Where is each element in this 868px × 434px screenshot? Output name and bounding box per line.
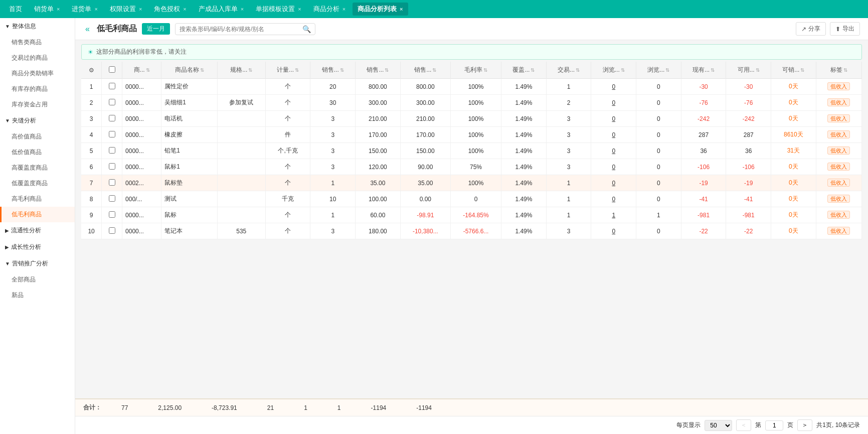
row-name[interactable]: 笔记本 — [161, 223, 218, 239]
row-checkbox[interactable] — [102, 191, 122, 207]
row-unit: 个 — [265, 223, 310, 239]
row-sales-profit: 300.00 — [400, 95, 450, 111]
nav-purchase-order[interactable]: 进货单 × — [67, 3, 102, 16]
nav-product-analysis[interactable]: 商品分析 × — [308, 3, 351, 16]
row-select-checkbox[interactable] — [109, 211, 115, 218]
close-icon[interactable]: × — [400, 6, 403, 12]
close-icon[interactable]: × — [183, 6, 186, 12]
search-icon[interactable]: 🔍 — [302, 25, 311, 33]
row-name[interactable]: 鼠标1 — [161, 159, 218, 175]
export-button[interactable]: ⬆ 导出 — [830, 22, 860, 36]
sidebar-item-sales-products[interactable]: 销售类商品 — [0, 35, 75, 50]
sidebar-item-high-value[interactable]: 高价值商品 — [0, 129, 75, 144]
row-checkbox[interactable] — [102, 111, 122, 127]
row-sales-qty: 3 — [310, 127, 356, 143]
sidebar-item-category-sales-rate[interactable]: 商品分类助销率 — [0, 66, 75, 81]
row-view1[interactable]: 0 — [591, 143, 636, 159]
row-sales-qty: 3 — [310, 223, 356, 239]
row-view1[interactable]: 0 — [591, 95, 636, 111]
row-view1[interactable]: 0 — [591, 191, 636, 207]
row-view1[interactable]: 0 — [591, 127, 636, 143]
row-tag: 低收入 — [816, 175, 861, 191]
sidebar-item-low-margin[interactable]: 低毛利商品 — [0, 207, 75, 222]
next-page-button[interactable]: ＞ — [797, 419, 812, 431]
row-select-checkbox[interactable] — [109, 115, 115, 121]
nav-permission-settings[interactable]: 权限设置 × — [105, 3, 147, 16]
row-select-checkbox[interactable] — [109, 99, 115, 105]
row-view1[interactable]: 1 — [591, 207, 636, 223]
row-view1[interactable]: 0 — [591, 159, 636, 175]
close-icon[interactable]: × — [241, 6, 244, 12]
row-name[interactable]: 鼠标 — [161, 207, 218, 223]
row-current-stock: -19 — [681, 175, 726, 191]
row-available-stock: -76 — [726, 95, 771, 111]
close-icon[interactable]: × — [57, 6, 60, 12]
row-checkbox[interactable] — [102, 207, 122, 223]
row-select-checkbox[interactable] — [109, 195, 115, 202]
nav-home[interactable]: 首页 — [4, 3, 27, 16]
row-view1[interactable]: 0 — [591, 175, 636, 191]
row-checkbox[interactable] — [102, 175, 122, 191]
nav-product-instock[interactable]: 产成品入库单 × — [194, 3, 249, 16]
sidebar-item-all-products[interactable]: 全部商品 — [0, 272, 75, 287]
row-checkbox[interactable] — [102, 223, 122, 239]
row-name[interactable]: 电话机 — [161, 111, 218, 127]
sidebar-item-in-stock[interactable]: 有库存的商品 — [0, 81, 75, 97]
nav-sales-order[interactable]: 销货单 × — [29, 3, 65, 16]
row-current-stock: -41 — [681, 191, 726, 207]
prev-page-button[interactable]: ＜ — [736, 419, 751, 431]
row-checkbox[interactable] — [102, 127, 122, 143]
nav-template-settings[interactable]: 单据模板设置 × — [251, 3, 306, 16]
row-name[interactable]: 橡皮擦 — [161, 127, 218, 143]
sidebar-item-high-coverage[interactable]: 高覆盖度商品 — [0, 160, 75, 176]
sidebar-item-traded-products[interactable]: 交易过的商品 — [0, 50, 75, 66]
sidebar-item-low-coverage[interactable]: 低覆盖度商品 — [0, 176, 75, 191]
row-select-checkbox[interactable] — [109, 227, 115, 234]
select-all-checkbox[interactable] — [109, 66, 115, 73]
row-current-stock: -242 — [681, 111, 726, 127]
row-select-checkbox[interactable] — [109, 83, 115, 89]
sidebar-group-gap-analysis[interactable]: ▼ 夹缝分析 — [0, 112, 75, 129]
close-icon[interactable]: × — [342, 6, 345, 12]
nav-role-auth[interactable]: 角色授权 × — [149, 3, 191, 16]
sidebar-group-marketing[interactable]: ▼ 营销推广分析 — [0, 255, 75, 272]
row-checkbox[interactable] — [102, 95, 122, 111]
per-page-select[interactable]: 50 20 100 — [705, 420, 732, 431]
close-icon[interactable]: × — [298, 6, 301, 12]
row-name[interactable]: 铅笔1 — [161, 143, 218, 159]
row-select-checkbox[interactable] — [109, 179, 115, 186]
row-view1[interactable]: 0 — [591, 79, 636, 95]
period-button[interactable]: 近一月 — [142, 23, 170, 35]
row-select-checkbox[interactable] — [109, 131, 115, 137]
col-settings[interactable]: ⚙ — [81, 62, 102, 79]
row-select-checkbox[interactable] — [109, 147, 115, 154]
sidebar-item-high-margin[interactable]: 高毛利商品 — [0, 191, 75, 207]
row-view1[interactable]: 0 — [591, 111, 636, 127]
sidebar-item-low-value[interactable]: 低价值商品 — [0, 144, 75, 160]
row-name[interactable]: 属性定价 — [161, 79, 218, 95]
row-gross-margin: 100% — [450, 79, 501, 95]
col-checkbox[interactable] — [102, 62, 122, 79]
col-trade-count: 交易...⇅ — [546, 62, 591, 79]
sidebar-item-inventory-capital[interactable]: 库存资金占用 — [0, 97, 75, 112]
row-view1[interactable]: 0 — [591, 223, 636, 239]
col-name: 商品名称⇅ — [161, 62, 218, 79]
row-name[interactable]: 测试 — [161, 191, 218, 207]
row-name[interactable]: 吴细细1 — [161, 95, 218, 111]
search-input[interactable] — [180, 26, 302, 33]
close-icon[interactable]: × — [139, 6, 142, 12]
row-checkbox[interactable] — [102, 143, 122, 159]
row-select-checkbox[interactable] — [109, 163, 115, 170]
row-checkbox[interactable] — [102, 159, 122, 175]
row-checkbox[interactable] — [102, 79, 122, 95]
close-icon[interactable]: × — [94, 6, 97, 12]
row-name[interactable]: 鼠标垫 — [161, 175, 218, 191]
share-button[interactable]: ↗ 分享 — [796, 22, 826, 36]
nav-product-analysis-list[interactable]: 商品分析列表 × — [353, 3, 408, 16]
sidebar-item-new-products[interactable]: 新品 — [0, 287, 75, 303]
sidebar-group-growth[interactable]: ▶ 成长性分析 — [0, 239, 75, 255]
sidebar-group-liquidity[interactable]: ▶ 流通性分析 — [0, 222, 75, 239]
page-number-input[interactable] — [765, 420, 783, 430]
sidebar-group-overall[interactable]: ▼ 整体信息 — [0, 18, 75, 35]
sidebar-collapse-button[interactable]: « — [83, 25, 92, 34]
